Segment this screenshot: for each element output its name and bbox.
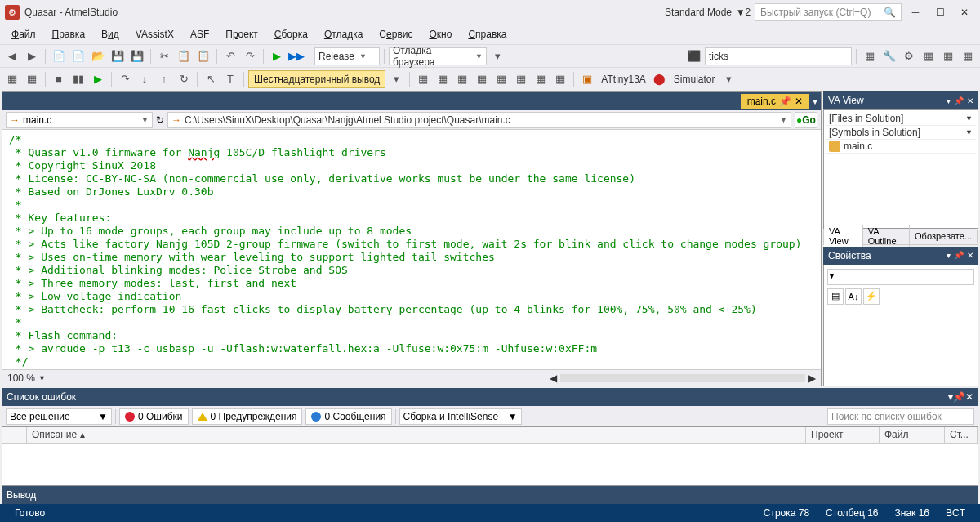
menu-vassistx[interactable]: VAssistX — [129, 27, 180, 42]
menu-asf[interactable]: ASF — [184, 27, 216, 42]
mem-1[interactable]: ▦ — [414, 70, 432, 88]
dbg-step-out[interactable]: ↑ — [155, 70, 173, 88]
mem-8[interactable]: ▦ — [551, 70, 569, 88]
props-categorize-button[interactable]: ▤ — [827, 288, 844, 305]
tool-5-button[interactable]: ▦ — [939, 47, 957, 65]
hscroll-bar[interactable] — [560, 374, 805, 382]
filter-icon[interactable]: ▼2 — [737, 6, 750, 19]
mem-4[interactable]: ▦ — [473, 70, 491, 88]
dbg-step-into[interactable]: ↓ — [136, 70, 154, 88]
nav-fwd-button[interactable]: ▶ — [23, 47, 41, 65]
col-description[interactable]: Описание ▴ — [27, 427, 806, 443]
code-editor[interactable]: /* * Quasar v1.0 firmware for Nanjg 105C… — [2, 130, 821, 369]
close-button[interactable]: ✕ — [954, 3, 975, 21]
quick-launch-input[interactable]: Быстрый запуск (Ctrl+Q) 🔍 — [755, 3, 902, 21]
mem-6[interactable]: ▦ — [512, 70, 530, 88]
menu-debug[interactable]: Отладка — [318, 27, 369, 42]
undo-button[interactable]: ↶ — [221, 47, 239, 65]
menu-service[interactable]: Сервис — [372, 27, 419, 42]
pane-dropdown-icon[interactable]: ▾ — [947, 96, 951, 105]
dbg-restart[interactable]: ↻ — [175, 70, 193, 88]
files-in-solution-combo[interactable]: [Files in Solution]▼ — [826, 112, 976, 126]
dbg-1[interactable]: ▦ — [3, 70, 21, 88]
error-list-header[interactable]: Список ошибок ▾ 📌 ✕ — [2, 388, 978, 406]
redo-button[interactable]: ↷ — [241, 47, 259, 65]
go-button[interactable]: ●Go — [795, 112, 817, 128]
debugger-icon[interactable]: ⬤ — [651, 70, 669, 88]
hscroll-left-icon[interactable]: ◀ — [550, 373, 557, 384]
tool-1-button[interactable]: ▦ — [861, 47, 879, 65]
props-header[interactable]: Свойства ▾ 📌 ✕ — [823, 247, 978, 265]
config-combo[interactable]: Release▼ — [314, 47, 380, 65]
mem-2[interactable]: ▦ — [434, 70, 452, 88]
symbols-in-solution-combo[interactable]: [Symbols in Solution]▼ — [826, 126, 976, 140]
props-pin-icon[interactable]: 📌 — [954, 251, 964, 260]
metric-combo[interactable]: ticks — [705, 47, 852, 65]
cut-button[interactable]: ✂ — [155, 47, 173, 65]
path-breadcrumb[interactable]: → C:\Users\SinuX\Desktop\Quasar\Nanjg\At… — [167, 112, 791, 128]
browser-button[interactable]: ▾ — [488, 47, 506, 65]
tab-close-icon[interactable]: ✕ — [795, 96, 803, 107]
refresh-icon[interactable]: ↻ — [156, 114, 164, 126]
el-close-icon[interactable]: ✕ — [965, 391, 973, 403]
messages-toggle[interactable]: 0 Сообщения — [305, 408, 391, 425]
save-all-button[interactable]: 💾 — [128, 47, 146, 65]
cursor-icon[interactable]: ↖ — [202, 70, 220, 88]
tab-pin-icon[interactable]: 📌 — [779, 96, 791, 107]
tab-review[interactable]: Обозревате... — [910, 230, 978, 243]
mem-7[interactable]: ▦ — [532, 70, 550, 88]
menu-edit[interactable]: Правка — [46, 27, 92, 42]
tool-6-button[interactable]: ▦ — [959, 47, 977, 65]
pane-close-icon[interactable]: ✕ — [967, 96, 973, 105]
hex-output-toggle[interactable]: Шестнадцатеричный вывод — [248, 70, 385, 88]
dbg-x1[interactable]: ▾ — [387, 70, 405, 88]
tabs-dropdown-icon[interactable]: ▾ — [813, 96, 817, 107]
browser-debug-combo[interactable]: Отладка браузера▼ — [389, 47, 487, 65]
menu-project[interactable]: Проект — [219, 27, 265, 42]
props-dropdown-icon[interactable]: ▾ — [947, 251, 951, 260]
error-list-grid[interactable]: Описание ▴ Проект Файл Ст... — [2, 427, 978, 486]
text-icon[interactable]: T — [221, 70, 239, 88]
debugger-dropdown[interactable]: ▾ — [720, 70, 738, 88]
props-close-icon[interactable]: ✕ — [967, 251, 973, 260]
menu-file[interactable]: Файл — [5, 27, 42, 42]
tool-4-button[interactable]: ▦ — [920, 47, 938, 65]
scope-combo[interactable]: → main.c ▼ — [6, 112, 153, 128]
dbg-pause-button[interactable]: ▮▮ — [69, 70, 87, 88]
new-file-button[interactable]: 📄 — [69, 47, 87, 65]
zoom-label[interactable]: 100 % — [7, 373, 35, 384]
tool-3-button[interactable]: ⚙ — [900, 47, 918, 65]
va-view-header[interactable]: VA View ▾ 📌 ✕ — [823, 91, 978, 109]
props-events-button[interactable]: ⚡ — [863, 288, 880, 305]
menu-window[interactable]: Окно — [422, 27, 458, 42]
nav-back-button[interactable]: ◀ — [3, 47, 21, 65]
va-item-main-c[interactable]: main.c — [826, 140, 976, 154]
start-button[interactable]: ▶ — [268, 47, 286, 65]
device-icon[interactable]: ⬛ — [685, 47, 703, 65]
solution-combo[interactable]: Все решение▼ — [6, 408, 112, 425]
new-project-button[interactable]: 📄 — [50, 47, 68, 65]
props-object-combo[interactable]: ▼ — [827, 269, 974, 285]
menu-build[interactable]: Сборка — [268, 27, 314, 42]
el-pin-icon[interactable]: 📌 — [953, 391, 965, 403]
errors-toggle[interactable]: 0 Ошибки — [119, 408, 189, 425]
pane-pin-icon[interactable]: 📌 — [954, 96, 964, 105]
tab-va-view[interactable]: VA View — [824, 225, 863, 248]
props-sort-button[interactable]: A↓ — [845, 288, 862, 305]
menu-help[interactable]: Справка — [461, 27, 513, 42]
tab-va-outline[interactable]: VA Outline — [863, 225, 910, 248]
copy-button[interactable]: 📋 — [175, 47, 193, 65]
save-button[interactable]: 💾 — [109, 47, 127, 65]
col-file[interactable]: Файл — [880, 427, 945, 443]
tool-2-button[interactable]: 🔧 — [880, 47, 898, 65]
dbg-stop-button[interactable]: ■ — [50, 70, 68, 88]
hscroll-right-icon[interactable]: ▶ — [808, 373, 816, 384]
menu-view[interactable]: Вид — [95, 27, 126, 42]
maximize-button[interactable]: ☐ — [929, 3, 951, 21]
dbg-2[interactable]: ▦ — [23, 70, 41, 88]
filter-combo[interactable]: Сборка и IntelliSense▼ — [399, 408, 522, 425]
start-no-debug-button[interactable]: ▶▶ — [287, 47, 305, 65]
paste-button[interactable]: 📋 — [194, 47, 212, 65]
mem-3[interactable]: ▦ — [453, 70, 471, 88]
col-project[interactable]: Проект — [806, 427, 880, 443]
